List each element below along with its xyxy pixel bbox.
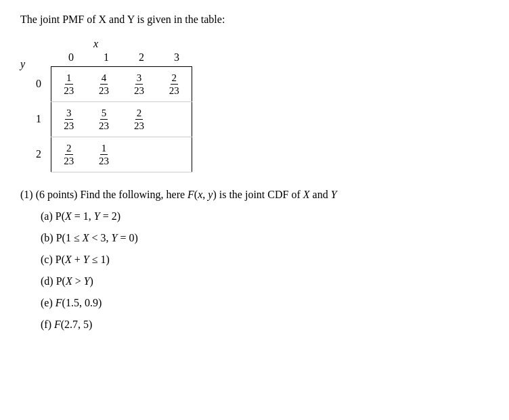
cell-r1-c0: 3 23 (51, 102, 87, 137)
cell-r0-c0: 1 23 (51, 67, 87, 102)
sub-question-b: (b) P(1 ≤ X < 3, Y = 0) (41, 232, 489, 244)
question-points: (6 points) (36, 189, 81, 200)
y-row-label-2: 2 (29, 137, 48, 172)
part-b-text: P(1 ≤ X < 3, Y = 0) (56, 232, 138, 243)
y-row-label-1: 1 (29, 101, 48, 137)
cell-r0-c3: 2 23 (157, 67, 192, 102)
sub-question-a: (a) P(X = 1, Y = 2) (41, 210, 489, 223)
col-header-1: 1 (89, 51, 124, 64)
sub-question-c: (c) P(X + Y ≤ 1) (41, 254, 489, 266)
part-d-label: (d) (41, 275, 56, 287)
cell-r0-c2: 3 23 (122, 67, 157, 102)
table-row: 2 23 1 23 (51, 137, 192, 172)
cell-r2-c2-empty (122, 137, 157, 172)
table-row: 3 23 5 23 2 (51, 102, 192, 137)
question-text: Find the following, here F(x, y) is the … (80, 189, 336, 200)
fraction-1-0: 3 23 (62, 107, 75, 132)
sub-question-f: (f) F(2.7, 5) (41, 319, 489, 331)
fraction-0-3: 2 23 (168, 72, 181, 97)
table-row: 1 23 4 23 3 (51, 67, 192, 102)
part-f-text: F(2.7, 5) (54, 319, 92, 330)
cell-r1-c3-empty (157, 102, 192, 137)
part-c-label: (c) (41, 254, 56, 265)
cell-r2-c3-empty (157, 137, 192, 172)
cell-r1-c1: 5 23 (87, 102, 122, 137)
part-c-text: P(X + Y ≤ 1) (56, 254, 110, 265)
part-f-label: (f) (41, 319, 54, 330)
fraction-0-1: 4 23 (97, 72, 110, 97)
cell-r2-c1: 1 23 (87, 137, 122, 172)
question-main-line: (1) (6 points) Find the following, here … (20, 189, 489, 201)
part-d-text: P(X > Y) (56, 275, 93, 287)
fraction-1-1: 5 23 (97, 107, 110, 132)
fraction-1-2: 2 23 (133, 107, 146, 132)
intro-text: The joint PMF of X and Y is given in the… (20, 14, 489, 26)
y-axis-label: y (20, 58, 25, 70)
col-header-3: 3 (159, 51, 194, 64)
cell-r0-c1: 4 23 (87, 67, 122, 102)
col-header-2: 2 (124, 51, 159, 64)
fraction-0-2: 3 23 (133, 72, 146, 97)
x-axis-label: x (93, 38, 98, 50)
pmf-table: 1 23 4 23 3 (51, 66, 192, 172)
cell-r2-c0: 2 23 (51, 137, 87, 172)
sub-question-e: (e) F(1.5, 0.9) (41, 297, 489, 309)
question-number: (1) (20, 189, 36, 200)
sub-question-d: (d) P(X > Y) (41, 275, 489, 287)
fraction-2-0: 2 23 (62, 142, 75, 167)
questions-section: (1) (6 points) Find the following, here … (20, 189, 489, 331)
table-section: x y 0 1 2 3 0 1 2 (20, 38, 489, 172)
cell-r1-c2: 2 23 (122, 102, 157, 137)
part-e-label: (e) (41, 297, 56, 308)
part-e-text: F(1.5, 0.9) (56, 297, 102, 308)
fraction-2-1: 1 23 (97, 142, 110, 167)
fraction-0-0: 1 23 (62, 72, 75, 97)
part-b-label: (b) (41, 232, 56, 243)
part-a-label: (a) (41, 210, 56, 222)
col-header-0: 0 (53, 51, 89, 64)
part-a-text: P(X = 1, Y = 2) (56, 210, 120, 222)
y-row-label-0: 0 (29, 66, 48, 101)
